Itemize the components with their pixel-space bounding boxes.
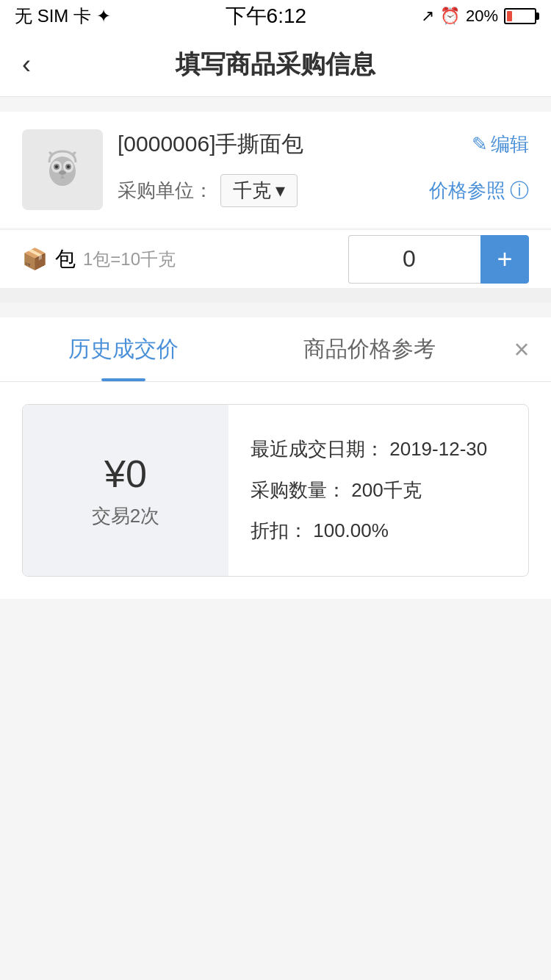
recent-date-detail: 最近成交日期： 2019-12-30 bbox=[251, 434, 506, 465]
discount-value: 100.00% bbox=[313, 519, 389, 541]
product-card: [0000006]手撕面包 ✎ 编辑 采购单位： 千克 ▾ 价格参照 ⓘ bbox=[0, 112, 551, 228]
price-reference-button[interactable]: 价格参照 ⓘ bbox=[429, 178, 529, 203]
recent-date-label: 最近成交日期： bbox=[251, 438, 384, 460]
unit-select[interactable]: 千克 ▾ bbox=[220, 174, 298, 207]
unit-label-text: 采购单位： bbox=[118, 178, 213, 203]
quantity-label: 📦 包 1包=10千克 bbox=[22, 245, 176, 273]
edit-label: 编辑 bbox=[491, 131, 529, 157]
transaction-card: ¥0 交易2次 最近成交日期： 2019-12-30 采购数量： 200千克 折… bbox=[22, 404, 529, 577]
location-icon: ↗ bbox=[421, 7, 434, 26]
recent-date-value: 2019-12-30 bbox=[389, 438, 487, 460]
edit-icon: ✎ bbox=[472, 133, 488, 156]
help-icon: ⓘ bbox=[510, 178, 529, 203]
transaction-price: ¥0 bbox=[104, 452, 147, 496]
page-title: 填写商品采购信息 bbox=[176, 48, 375, 82]
product-info: [0000006]手撕面包 ✎ 编辑 采购单位： 千克 ▾ 价格参照 ⓘ bbox=[118, 129, 529, 207]
quantity-plus-button[interactable]: + bbox=[480, 235, 529, 284]
unit-value: 千克 bbox=[233, 178, 271, 203]
nav-bar: ‹ 填写商品采购信息 bbox=[0, 32, 551, 97]
transaction-right: 最近成交日期： 2019-12-30 采购数量： 200千克 折扣： 100.0… bbox=[228, 405, 528, 576]
svg-point-7 bbox=[59, 170, 66, 175]
status-bar: 无 SIM 卡 ✦ 下午6:12 ↗ ⏰ 20% bbox=[0, 0, 551, 32]
transaction-count: 交易2次 bbox=[92, 503, 159, 529]
alarm-icon: ⏰ bbox=[440, 7, 460, 26]
transaction-left: ¥0 交易2次 bbox=[23, 405, 228, 576]
tab-close-button[interactable]: × bbox=[492, 317, 551, 381]
time-display: 下午6:12 bbox=[226, 2, 307, 30]
package-ratio: 1包=10千克 bbox=[83, 248, 176, 271]
package-icon: 📦 bbox=[22, 247, 48, 271]
battery-percent: 20% bbox=[466, 7, 498, 26]
discount-detail: 折扣： 100.00% bbox=[251, 516, 506, 547]
product-thumbnail bbox=[22, 129, 103, 210]
tab-product-price-ref[interactable]: 商品价格参考 bbox=[246, 317, 492, 381]
tab-history-price-label: 历史成交价 bbox=[68, 334, 179, 364]
unit-label: 采购单位： 千克 ▾ bbox=[118, 174, 298, 207]
edit-button[interactable]: ✎ 编辑 bbox=[472, 131, 529, 157]
quantity-section: 📦 包 1包=10千克 + bbox=[0, 229, 551, 288]
product-image-icon bbox=[40, 148, 84, 192]
back-button[interactable]: ‹ bbox=[22, 42, 38, 87]
tab-history-price[interactable]: 历史成交价 bbox=[0, 317, 246, 381]
chevron-down-icon: ▾ bbox=[276, 179, 285, 202]
svg-point-6 bbox=[67, 165, 70, 168]
tab-header: 历史成交价 商品价格参考 × bbox=[0, 317, 551, 382]
status-right: ↗ ⏰ 20% bbox=[421, 7, 536, 26]
purchase-quantity-value: 200千克 bbox=[351, 479, 421, 501]
purchase-quantity-label: 采购数量： bbox=[251, 479, 346, 501]
tab-content: ¥0 交易2次 最近成交日期： 2019-12-30 采购数量： 200千克 折… bbox=[0, 382, 551, 599]
discount-label: 折扣： bbox=[251, 519, 308, 541]
carrier-text: 无 SIM 卡 ✦ bbox=[15, 4, 111, 28]
package-unit: 包 bbox=[55, 245, 76, 273]
tab-panel: 历史成交价 商品价格参考 × ¥0 交易2次 最近成交日期： 2019-12-3… bbox=[0, 317, 551, 599]
battery-icon bbox=[504, 8, 536, 24]
product-name: [0000006]手撕面包 bbox=[118, 129, 303, 159]
separator bbox=[0, 288, 551, 303]
status-left: 无 SIM 卡 ✦ bbox=[15, 4, 111, 28]
quantity-input-group: + bbox=[348, 235, 529, 284]
svg-point-5 bbox=[55, 165, 58, 168]
purchase-quantity-detail: 采购数量： 200千克 bbox=[251, 475, 506, 506]
quantity-input[interactable] bbox=[348, 235, 480, 284]
price-ref-label: 价格参照 bbox=[429, 178, 505, 203]
tab-product-price-ref-label: 商品价格参考 bbox=[303, 334, 436, 364]
